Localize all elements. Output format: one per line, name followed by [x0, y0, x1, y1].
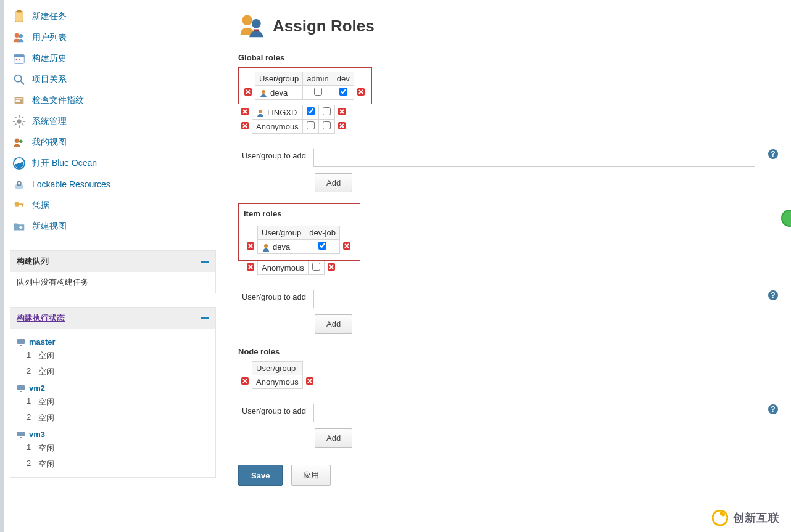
delete-icon[interactable] [338, 107, 346, 116]
nav-label[interactable]: 项目关系 [32, 74, 67, 85]
nav-manage[interactable]: 系统管理 [10, 111, 216, 132]
role-checkbox[interactable] [314, 88, 322, 96]
user-cell: deva [258, 240, 305, 254]
build-queue-panel: 构建队列 队列中没有构建任务 [10, 250, 216, 293]
help-icon[interactable]: ? [768, 404, 779, 415]
item-add-input[interactable] [313, 290, 755, 308]
column-header: User/group [252, 362, 303, 375]
collapse-icon[interactable] [201, 261, 209, 263]
delete-icon[interactable] [327, 263, 336, 271]
delete-icon[interactable] [241, 121, 249, 130]
collapse-icon[interactable] [201, 317, 209, 319]
delete-icon[interactable] [305, 377, 314, 385]
nav-users[interactable]: 用户列表 [10, 27, 216, 48]
node-add-label: User/group to add [238, 404, 306, 415]
nav-fingerprints[interactable]: 检查文件指纹 [10, 90, 216, 111]
blue-ocean-icon [12, 157, 26, 170]
executors-title[interactable]: 构建执行状态 [17, 313, 65, 324]
nav-my-views[interactable]: 我的视图 [10, 132, 216, 153]
nav-new-view[interactable]: 新建视图 [10, 216, 216, 237]
svg-text:?: ? [771, 150, 775, 158]
node-add-button[interactable]: Add [315, 428, 352, 448]
save-button[interactable]: Save [238, 465, 283, 486]
role-checkbox[interactable] [307, 107, 315, 115]
executor-node[interactable]: vm3 [17, 426, 209, 440]
build-queue-empty: 队列中没有构建任务 [10, 272, 215, 293]
svg-rect-12 [16, 100, 20, 102]
role-checkbox[interactable] [312, 263, 320, 271]
global-roles-table: User/groupadmindevdeva [241, 72, 368, 100]
delete-icon[interactable] [246, 242, 255, 250]
role-checkbox[interactable] [307, 121, 315, 129]
svg-rect-35 [20, 391, 22, 392]
svg-rect-37 [20, 437, 22, 438]
svg-point-38 [242, 15, 252, 26]
executor-slot: 2空闲 [17, 410, 209, 426]
item-add-button[interactable]: Add [315, 314, 352, 334]
svg-point-45 [259, 110, 262, 113]
svg-point-3 [19, 34, 23, 38]
svg-rect-21 [14, 123, 17, 126]
role-checkbox[interactable] [323, 107, 331, 115]
node-roles-heading: Node roles [238, 347, 779, 356]
users-small-icon [12, 136, 26, 149]
svg-rect-11 [16, 98, 23, 99]
svg-rect-28 [18, 203, 23, 205]
table-row: deva [244, 240, 354, 254]
assign-roles-icon [238, 12, 265, 39]
nav-label[interactable]: Lockable Resources [32, 179, 110, 189]
delete-icon[interactable] [244, 88, 252, 96]
global-add-button[interactable]: Add [315, 173, 352, 192]
svg-rect-36 [17, 432, 25, 436]
svg-rect-7 [19, 59, 20, 60]
executor-node[interactable]: master [17, 334, 209, 348]
nav-project-relation[interactable]: 项目关系 [10, 69, 216, 90]
help-icon[interactable]: ? [768, 149, 779, 160]
nav-label[interactable]: 新建任务 [32, 11, 67, 22]
svg-point-8 [15, 75, 22, 82]
help-icon[interactable]: ? [768, 290, 779, 301]
nav-label[interactable]: 构建历史 [32, 53, 67, 64]
delete-icon[interactable] [342, 242, 351, 250]
svg-point-23 [19, 139, 23, 143]
nav-credentials[interactable]: 凭据 [10, 195, 216, 216]
nav-label[interactable]: 打开 Blue Ocean [32, 158, 97, 169]
node-add-input[interactable] [313, 404, 755, 422]
side-badge-icon[interactable] [781, 210, 791, 227]
nav-label[interactable]: 凭据 [32, 200, 49, 211]
svg-rect-17 [23, 121, 25, 122]
svg-point-25 [15, 184, 24, 189]
delete-icon[interactable] [357, 88, 365, 96]
svg-rect-20 [22, 116, 24, 118]
role-checkbox[interactable] [318, 242, 326, 250]
delete-icon[interactable] [241, 377, 249, 385]
apply-button[interactable]: 应用 [291, 465, 331, 486]
calendar-icon [12, 52, 26, 65]
computer-icon [17, 384, 25, 393]
nav-lockable[interactable]: Lockable Resources [10, 174, 216, 195]
delete-icon[interactable] [338, 121, 346, 130]
executor-node[interactable]: vm2 [17, 380, 209, 394]
nav-label[interactable]: 检查文件指纹 [32, 95, 84, 106]
delete-icon[interactable] [241, 107, 249, 116]
table-row: Anonymous [244, 261, 338, 275]
role-checkbox[interactable] [323, 121, 331, 129]
delete-icon[interactable] [246, 263, 255, 271]
nav-label[interactable]: 用户列表 [32, 32, 67, 43]
nav-build-history[interactable]: 构建历史 [10, 48, 216, 69]
svg-rect-34 [17, 385, 25, 390]
svg-point-39 [252, 19, 261, 28]
nav-new-job[interactable]: 新建任务 [10, 6, 216, 27]
nav-blue-ocean[interactable]: 打开 Blue Ocean [10, 153, 216, 174]
item-roles-heading: Item roles [244, 209, 354, 218]
table-row: deva [241, 86, 368, 100]
nav-label[interactable]: 系统管理 [32, 116, 67, 127]
column-header: User/group [258, 226, 305, 240]
nav-label[interactable]: 新建视图 [32, 221, 67, 232]
nav-label[interactable]: 我的视图 [32, 137, 67, 148]
role-checkbox[interactable] [339, 88, 347, 96]
svg-text:?: ? [771, 405, 775, 414]
folder-plus-icon [12, 219, 26, 233]
executor-slot: 2空闲 [17, 364, 209, 380]
global-add-input[interactable] [313, 149, 755, 167]
